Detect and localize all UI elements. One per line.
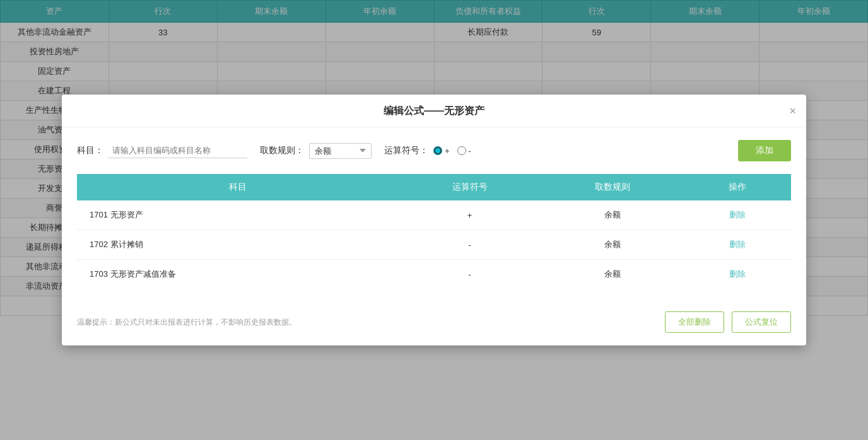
table-row: 1703 无形资产减值准备 - 余额 删除: [77, 260, 791, 289]
col-header-subject: 科目: [77, 174, 398, 200]
subject-group: 科目：: [77, 143, 247, 158]
operator-minus-text: -: [469, 146, 471, 156]
operator-minus-radio[interactable]: [457, 146, 466, 155]
modal-title: 编辑公式——无形资产: [384, 105, 484, 116]
col-header-action: 操作: [684, 174, 791, 200]
cell-rule-1: 余额: [541, 230, 684, 260]
delete-link-0[interactable]: 删除: [729, 210, 746, 219]
footer-buttons: 全部删除 公式复位: [665, 311, 791, 333]
modal-body: 科目： 取数规则： 余额 借方 贷方 借方发生额 贷方发生额: [62, 127, 806, 301]
delete-link-1[interactable]: 删除: [729, 240, 746, 249]
rule-select[interactable]: 余额 借方 贷方 借方发生额 贷方发生额: [309, 143, 372, 159]
operator-plus-radio[interactable]: [433, 146, 442, 155]
cell-operator-0: +: [398, 200, 541, 230]
cell-rule-0: 余额: [541, 200, 684, 230]
cell-operator-2: -: [398, 260, 541, 289]
col-header-rule: 取数规则: [541, 174, 684, 200]
cell-subject-0: 1701 无形资产: [77, 200, 398, 230]
operator-minus-label[interactable]: -: [457, 146, 471, 156]
table-row: 1701 无形资产 + 余额 删除: [77, 200, 791, 230]
operator-radio-group: + -: [433, 146, 471, 156]
reset-formula-button[interactable]: 公式复位: [732, 311, 791, 333]
rule-group: 取数规则： 余额 借方 贷方 借方发生额 贷方发生额: [260, 143, 372, 159]
add-button[interactable]: 添加: [738, 140, 791, 161]
operator-plus-label[interactable]: +: [433, 146, 450, 156]
close-button[interactable]: ×: [789, 105, 796, 117]
operator-plus-text: +: [445, 146, 450, 156]
cell-subject-1: 1702 累计摊销: [77, 230, 398, 260]
cell-subject-2: 1703 无形资产减值准备: [77, 260, 398, 289]
modal-overlay: 编辑公式——无形资产 × 科目： 取数规则： 余额 借方 贷方: [0, 0, 868, 440]
operator-label: 运算符号：: [384, 145, 428, 156]
col-header-operator: 运算符号: [398, 174, 541, 200]
subject-label: 科目：: [77, 145, 103, 156]
modal-footer: 温馨提示：新公式只对未出报表进行计算，不影响历史报表数据。 全部删除 公式复位: [62, 301, 806, 345]
modal-dialog: 编辑公式——无形资产 × 科目： 取数规则： 余额 借方 贷方: [62, 95, 806, 345]
table-header-row: 科目 运算符号 取数规则 操作: [77, 174, 791, 200]
data-table: 科目 运算符号 取数规则 操作 1701 无形资产 + 余额 删除 1702 累…: [77, 174, 791, 289]
delete-link-2[interactable]: 删除: [729, 269, 746, 279]
rule-label: 取数规则：: [260, 145, 304, 156]
subject-input[interactable]: [108, 143, 247, 158]
operator-group: 运算符号： + -: [384, 145, 471, 156]
cell-operator-1: -: [398, 230, 541, 260]
form-row: 科目： 取数规则： 余额 借方 贷方 借方发生额 贷方发生额: [77, 140, 791, 161]
delete-all-button[interactable]: 全部删除: [665, 311, 724, 333]
rule-select-wrapper: 余额 借方 贷方 借方发生额 贷方发生额: [309, 143, 372, 159]
footer-tip: 温馨提示：新公式只对未出报表进行计算，不影响历史报表数据。: [77, 317, 296, 328]
modal-header: 编辑公式——无形资产 ×: [62, 95, 806, 127]
table-row: 1702 累计摊销 - 余额 删除: [77, 230, 791, 260]
cell-action-1: 删除: [684, 230, 791, 260]
cell-action-2: 删除: [684, 260, 791, 289]
cell-rule-2: 余额: [541, 260, 684, 289]
cell-action-0: 删除: [684, 200, 791, 230]
